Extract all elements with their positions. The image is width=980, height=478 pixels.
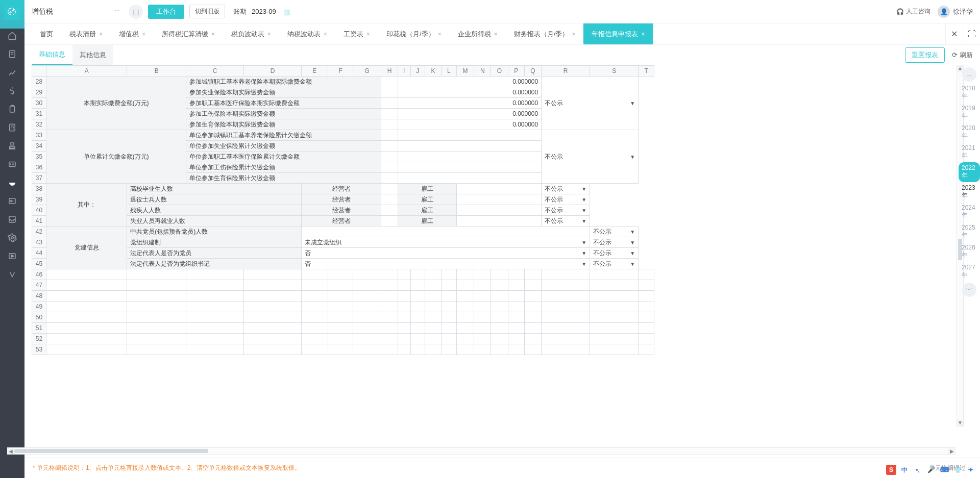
row-number[interactable]: 50: [32, 312, 46, 323]
row-number[interactable]: 49: [32, 301, 46, 312]
close-all-tabs-icon[interactable]: ✕: [945, 23, 963, 45]
year-item[interactable]: 2023年: [959, 182, 980, 202]
row-number[interactable]: 33: [32, 130, 46, 141]
cell[interactable]: [381, 269, 398, 280]
cell[interactable]: 参加职工基本医疗保险本期实际缴费金额: [186, 98, 381, 109]
cell[interactable]: 0.000000: [398, 109, 541, 119]
cell[interactable]: [46, 269, 127, 280]
cell[interactable]: [590, 344, 639, 355]
row-number[interactable]: 29: [32, 87, 46, 98]
cell[interactable]: 不公示▼: [542, 184, 590, 194]
cell[interactable]: 单位参加职工基本医疗保险累计欠缴金额: [186, 152, 381, 162]
cell[interactable]: [441, 280, 456, 291]
cell[interactable]: [328, 291, 353, 301]
year-item[interactable]: 2018年: [959, 83, 980, 103]
cell[interactable]: [244, 269, 302, 280]
hscroll-thumb[interactable]: [14, 449, 208, 453]
cell[interactable]: [474, 291, 491, 301]
workspace-button[interactable]: 工作台: [148, 5, 184, 19]
col-header[interactable]: L: [441, 66, 456, 77]
row-number[interactable]: 43: [32, 237, 46, 248]
nav-return-icon[interactable]: [0, 192, 24, 210]
row-number[interactable]: 46: [32, 269, 46, 280]
cell[interactable]: [425, 269, 442, 280]
cell[interactable]: [302, 323, 328, 334]
col-header[interactable]: J: [410, 66, 425, 77]
cell[interactable]: [127, 334, 186, 344]
cell[interactable]: [508, 312, 524, 323]
cell[interactable]: [244, 344, 302, 355]
reset-report-button[interactable]: 重置报表: [905, 47, 945, 63]
cell[interactable]: [590, 301, 639, 312]
cell[interactable]: [474, 269, 491, 280]
ime-zh-icon[interactable]: 中: [899, 465, 910, 475]
cell[interactable]: [398, 280, 410, 291]
col-header[interactable]: O: [491, 66, 508, 77]
cell[interactable]: 不公示▼: [590, 227, 639, 237]
col-header[interactable]: K: [425, 66, 442, 77]
cell[interactable]: 失业人员再就业人数: [127, 216, 302, 227]
ime-s-icon[interactable]: S: [886, 465, 896, 475]
cell[interactable]: [244, 312, 302, 323]
row-number[interactable]: 32: [32, 119, 46, 130]
cell[interactable]: [244, 334, 302, 344]
cell[interactable]: [127, 280, 186, 291]
tab-close-icon[interactable]: ×: [142, 31, 145, 38]
cell[interactable]: [441, 291, 456, 301]
year-item[interactable]: 2021年: [959, 142, 980, 162]
cell[interactable]: [398, 269, 410, 280]
cell[interactable]: 雇工: [398, 194, 456, 205]
cell[interactable]: [441, 323, 456, 334]
cell[interactable]: [353, 334, 381, 344]
cell[interactable]: [328, 301, 353, 312]
cell[interactable]: [410, 312, 425, 323]
cell[interactable]: [186, 312, 244, 323]
cell[interactable]: [456, 334, 474, 344]
row-number[interactable]: 28: [32, 77, 46, 87]
col-header[interactable]: D: [244, 66, 302, 77]
ime-tool-icon[interactable]: ✦: [966, 465, 976, 475]
row-number[interactable]: 47: [32, 280, 46, 291]
tab-7[interactable]: 印花税（月/季）×: [378, 23, 450, 44]
col-header[interactable]: Q: [524, 66, 542, 77]
cell[interactable]: [425, 312, 442, 323]
cell[interactable]: [381, 119, 398, 130]
cell[interactable]: [524, 280, 542, 291]
cell[interactable]: [508, 291, 524, 301]
cell[interactable]: [425, 280, 442, 291]
doc-round-icon[interactable]: ▤: [129, 5, 143, 19]
cell[interactable]: [381, 152, 398, 162]
tab-2[interactable]: 增值税×: [111, 23, 154, 44]
row-number[interactable]: 44: [32, 248, 46, 259]
cell[interactable]: [524, 291, 542, 301]
cell[interactable]: [524, 344, 542, 355]
cell[interactable]: [302, 312, 328, 323]
cell[interactable]: [398, 162, 541, 173]
cell[interactable]: [639, 312, 654, 323]
spreadsheet-grid[interactable]: ABCDEFGHIJKLMNOPQRST 28本期实际缴费金额(万元)参加城镇职…: [32, 65, 654, 355]
row-number[interactable]: 34: [32, 141, 46, 152]
row-number[interactable]: 36: [32, 162, 46, 173]
cell[interactable]: [456, 344, 474, 355]
cell[interactable]: [524, 323, 542, 334]
cell[interactable]: [328, 334, 353, 344]
cell[interactable]: [491, 280, 508, 291]
tab-close-icon[interactable]: ×: [267, 31, 271, 38]
cell[interactable]: [381, 301, 398, 312]
cell[interactable]: [398, 141, 541, 152]
cell[interactable]: [127, 269, 186, 280]
calendar-icon[interactable]: ▦: [283, 8, 290, 16]
col-header[interactable]: P: [508, 66, 524, 77]
cell[interactable]: 否▼: [302, 259, 590, 269]
cell[interactable]: [381, 334, 398, 344]
cell[interactable]: [328, 344, 353, 355]
cell[interactable]: 否▼: [302, 248, 590, 259]
cell[interactable]: [398, 173, 541, 184]
cell[interactable]: [590, 291, 639, 301]
cell[interactable]: [410, 344, 425, 355]
tab-close-icon[interactable]: ×: [438, 31, 442, 38]
row-number[interactable]: 30: [32, 98, 46, 109]
year-item[interactable]: 2022年: [959, 162, 980, 182]
nav-settings-icon[interactable]: [0, 229, 24, 247]
cell[interactable]: 不公示▼: [590, 237, 639, 248]
